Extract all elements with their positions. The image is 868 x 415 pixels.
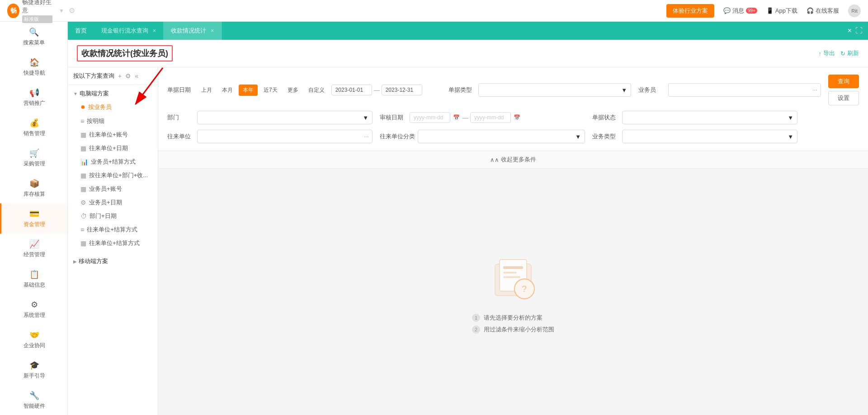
sidebar-item-purchase[interactable]: 🛒 采购管理 (0, 143, 67, 173)
date-tab-last-month[interactable]: 上月 (197, 85, 216, 96)
scheme-item-2[interactable]: ▦ 往来单位+账号 (68, 128, 158, 141)
scheme-item-8[interactable]: ⏱ 部门+日期 (68, 209, 158, 223)
scheme-item-0[interactable]: ● 按业务员 (68, 99, 158, 114)
tab-bar-actions: × ⛶ (842, 27, 868, 35)
sidebar-item-search[interactable]: 🔍 搜索菜单 (0, 22, 67, 52)
hint-num-2: 2 (472, 325, 480, 334)
scheme-item-1[interactable]: ≡ 按明细 (68, 114, 158, 128)
scheme-header-label: 按以下方案查询 (73, 72, 114, 80)
salesperson-select[interactable]: ··· (668, 83, 821, 97)
sidebar-item-system[interactable]: ⚙ 系统管理 (0, 294, 67, 325)
export-icon: ↑ (819, 50, 822, 57)
sidebar-item-collab[interactable]: 🤝 企业协同 (0, 325, 67, 355)
scheme-item-7[interactable]: ⚙ 业务员+日期 (68, 196, 158, 209)
review-date-to[interactable]: yyyy-mm-dd (470, 112, 511, 123)
scheme-item-icon-3: ▦ (80, 145, 86, 152)
scheme-group-mobile-header[interactable]: ▶ 移动端方案 (68, 255, 158, 267)
doc-type-select[interactable]: ▼ (478, 83, 631, 97)
sidebar-item-hardware[interactable]: 🔧 智能硬件 (0, 385, 67, 415)
date-tab-this-month[interactable]: 本月 (218, 85, 237, 96)
logo-area: 畅 畅捷通好生意 标准版 ▼ ⚙ (7, 0, 75, 23)
customer-type-select[interactable]: ▼ (418, 130, 585, 143)
dept-select[interactable]: ▼ (197, 111, 373, 124)
edition-badge: 标准版 (22, 15, 52, 23)
scheme-item-icon-10: ▦ (80, 240, 86, 247)
date-tab-7days[interactable]: 近7天 (259, 85, 282, 96)
scheme-panel: 按以下方案查询 + ⚙ « ▼ 电脑端方案 ● 按业务员 ≡ (68, 67, 158, 415)
svg-rect-3 (503, 272, 517, 274)
scheme-item-10[interactable]: ▦ 往来单位+结算方式 (68, 236, 158, 250)
guide-icon: 🎓 (29, 360, 39, 370)
customer-select[interactable]: ··· (197, 130, 373, 143)
scheme-item-icon-2: ▦ (80, 131, 86, 138)
biz-type-select[interactable]: ▼ (622, 130, 797, 143)
trial-btn[interactable]: 体验行业方案 (666, 4, 714, 18)
customer-type-label: 往来单位分类 (380, 132, 415, 141)
user-avatar-area[interactable]: Rit (848, 5, 861, 17)
scheme-item-4[interactable]: 📊 业务员+结算方式 (68, 155, 158, 169)
scheme-header: 按以下方案查询 + ⚙ « (68, 67, 158, 85)
tab-close-bank[interactable]: × (153, 28, 156, 34)
scheme-item-icon-4: 📊 (80, 158, 88, 165)
date-to-input[interactable]: 2023-12-31 (382, 85, 422, 95)
tab-receipt-stats[interactable]: 收款情况统计 × (164, 22, 222, 40)
date-tab-custom[interactable]: 自定义 (304, 85, 329, 96)
scheme-item-icon-1: ≡ (80, 118, 84, 125)
top-header: 畅 畅捷通好生意 标准版 ▼ ⚙ 体验行业方案 💬 消息 99+ 📱 App下载… (0, 0, 868, 22)
sidebar-item-guide[interactable]: 🎓 新手引导 (0, 355, 67, 385)
scheme-item-5[interactable]: ▦ 按往来单位+部门+收... (68, 169, 158, 182)
date-tab-this-year[interactable]: 本年 (239, 85, 258, 96)
scheme-item-3[interactable]: ▦ 往来单位+日期 (68, 141, 158, 155)
doc-status-select[interactable]: ▼ (622, 111, 797, 124)
tab-maximize-icon[interactable]: ⛶ (855, 27, 863, 35)
tab-home[interactable]: 首页 (68, 22, 94, 40)
tab-bank-flow[interactable]: 现金银行流水查询 × (94, 22, 164, 40)
headset-icon: 🎧 (807, 7, 814, 14)
header-settings-icon[interactable]: ⚙ (69, 6, 75, 15)
download-icon: 📱 (766, 7, 774, 14)
filter-biz-type: 业务类型 ▼ (592, 130, 797, 143)
messages-btn[interactable]: 💬 消息 99+ (723, 7, 757, 15)
scheme-item-6[interactable]: ▦ 业务员+账号 (68, 182, 158, 196)
sidebar-item-sales[interactable]: 💰 销售管理 (0, 113, 67, 143)
scheme-settings-btn[interactable]: ⚙ (125, 72, 131, 80)
sidebar-item-basic-info[interactable]: 📋 基础信息 (0, 264, 67, 294)
scheme-add-btn[interactable]: + (118, 72, 122, 80)
scheme-item-icon-6: ▦ (80, 185, 86, 193)
sidebar: 🔍 搜索菜单 🏠 快捷导航 📢 营销推广 💰 销售管理 🛒 采购管理 📦 库存核… (0, 22, 68, 415)
header-dropdown-arrow[interactable]: ▼ (59, 8, 64, 14)
filter-customer: 往来单位 ··· (167, 130, 373, 143)
sidebar-item-finance[interactable]: 💳 资金管理 (0, 203, 67, 234)
app-download-btn[interactable]: 📱 App下载 (766, 7, 797, 15)
export-btn[interactable]: ↑ 导出 (819, 49, 835, 57)
refresh-btn[interactable]: ↻ 刷新 (840, 49, 859, 57)
review-date-from[interactable]: yyyy-mm-dd (410, 112, 450, 123)
msg-count-badge: 99+ (746, 8, 757, 14)
hint-num-1: 1 (472, 314, 480, 322)
marketing-icon: 📢 (29, 88, 39, 98)
settings-btn[interactable]: 设置 (828, 91, 859, 105)
tab-close-receipt[interactable]: × (211, 28, 214, 34)
sidebar-item-marketing[interactable]: 📢 营销推广 (0, 82, 67, 113)
tab-close-window-icon[interactable]: × (848, 27, 852, 35)
biz-type-chevron: ▼ (788, 133, 793, 140)
online-service-btn[interactable]: 🎧 在线客服 (807, 7, 839, 15)
scheme-group-desktop-header[interactable]: ▼ 电脑端方案 (68, 88, 158, 99)
sidebar-item-quicknav[interactable]: 🏠 快捷导航 (0, 52, 67, 82)
scheme-item-9[interactable]: ≡ 往来单位+结算方式 (68, 223, 158, 236)
date-separator: — (374, 87, 380, 94)
page-title: 收款情况统计(按业务员) (77, 45, 173, 61)
date-from-input[interactable]: 2023-01-01 (331, 85, 372, 95)
basic-info-icon: 📋 (29, 269, 39, 279)
sidebar-item-inventory[interactable]: 📦 库存核算 (0, 173, 67, 203)
filter-actions: 查询 设置 (828, 75, 859, 105)
filter-doc-type: 单据类型 ▼ (448, 83, 631, 97)
scheme-item-icon-5: ▦ (80, 172, 86, 179)
sidebar-item-operations[interactable]: 📈 经营管理 (0, 234, 67, 264)
svg-rect-4 (503, 276, 520, 278)
filter-dept: 部门 ▼ (167, 111, 373, 124)
date-tab-more[interactable]: 更多 (283, 85, 302, 96)
query-btn[interactable]: 查询 (828, 75, 859, 88)
collapse-bar[interactable]: ∧∧ 收起更多条件 (158, 151, 868, 169)
scheme-collapse-btn[interactable]: « (135, 72, 138, 80)
